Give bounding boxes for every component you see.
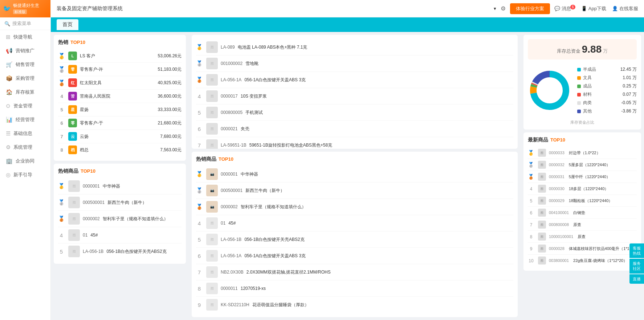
new-product-code: 0000032	[549, 163, 564, 167]
sidebar-item-system[interactable]: ⚙系统管理	[0, 140, 50, 154]
search-menu[interactable]: 🔍 搜索菜单	[0, 17, 50, 30]
left-panel: 热销 TOP10 🥇 L LS 客户 53,006.26元🥈 零 零售客户-许 …	[51, 32, 189, 320]
new-product-item: 8 图 10000100001 原查	[528, 231, 637, 243]
rank-number: 4	[58, 94, 65, 99]
online-service-button[interactable]: 👤 在线客服	[612, 5, 638, 12]
hot-product-item: 8 图 0000011 12070519-xs	[196, 280, 513, 297]
nav-label-inventory: 库存核算	[16, 89, 34, 95]
new-product-thumb: 图	[538, 173, 546, 181]
product-thumb: 图	[206, 58, 218, 69]
new-rank-medal: 10	[528, 258, 535, 263]
sidebar-item-shortcut[interactable]: ⊞快捷导航	[0, 30, 50, 44]
legend-label: 文具	[583, 75, 620, 81]
page-nav: 首页	[51, 17, 644, 32]
hot-rank-medal: 4	[196, 220, 203, 226]
new-product-name: 22g鱼豆腐-烧烤味（1*12*20）	[573, 258, 637, 263]
hot-rank-medal: 8	[196, 286, 203, 292]
product-thumb: 图	[68, 213, 80, 225]
product-name: 智利车子里（规格不知道填什么）	[241, 204, 513, 210]
new-product-thumb: 图	[538, 161, 546, 169]
topbar-right: 💬 消息 6 📱 App下载 👤 在线客服	[554, 5, 638, 12]
sidebar-item-basic[interactable]: ☰基础信息	[0, 127, 50, 140]
hot-rank-medal: 🥈	[196, 187, 203, 194]
nav-label-purchase: 采购管理	[16, 75, 34, 82]
product-thumb: 图	[206, 107, 218, 118]
new-product-item: 🥈 图 0000032 5厘多层（1220*2440）	[528, 159, 637, 171]
product-thumb: 图	[68, 246, 80, 257]
sidebar-item-inventory[interactable]: 🏠库存核算	[0, 85, 50, 99]
rank-item: 🥈 零 零售客户-许 51,183.00元	[58, 63, 182, 76]
sidebar-item-guide[interactable]: ◎新手引导	[0, 168, 50, 182]
sidebar-item-operations[interactable]: 📊经营管理	[0, 113, 50, 127]
new-rank-medal: 🥇	[528, 150, 535, 156]
product-thumb: 图	[206, 266, 218, 278]
product-name: 夹壳	[241, 126, 513, 132]
rank-customer-name: 红太阳文具	[80, 80, 155, 86]
new-product-code: 0000029	[549, 198, 564, 203]
notifications-button[interactable]: 💬 消息 6	[554, 5, 575, 12]
mid-rank-medal: 🥉	[196, 77, 203, 83]
float-live-btn[interactable]: 直播	[629, 274, 644, 284]
sidebar-item-company[interactable]: 🏢企业协同	[0, 154, 50, 168]
nav-icon-system: ⚙	[6, 144, 11, 151]
logo-icon: 🐦	[3, 5, 11, 13]
sidebar-item-purchase[interactable]: 📦采购管理	[0, 71, 50, 85]
hot-rank-medal: 6	[196, 253, 203, 259]
hot-product-item: 🥉 📷 0000002 智利车子里（规格不知道填什么）	[196, 199, 513, 215]
new-product-code: 0000028	[549, 246, 564, 251]
product-name: 056-1B白色按键开关壳ABS2克	[244, 237, 513, 243]
mid-rank-medal: 7	[196, 142, 203, 148]
legend-dot	[577, 76, 581, 80]
legend-dot	[577, 68, 581, 71]
hp-left-medal: 🥈	[58, 199, 65, 206]
product-thumb: 📷	[206, 201, 218, 213]
hot-products-list: 🥇 图 0000001 中华神器🥈 图 000500001 新西兰牛肉（新牛）🥉…	[58, 178, 182, 259]
new-product-item: 5 图 0000029 18颗粒板（1220*2440）	[528, 195, 637, 207]
sidebar-item-sales[interactable]: 🛒销售管理	[0, 58, 50, 71]
float-community-btn[interactable]: 服务社区	[629, 259, 644, 274]
new-product-thumb: 图	[538, 245, 546, 253]
middle-product-item: 🥉 图 LA-056-1A 056-1A白色按键开关盖ABS 3克	[196, 72, 513, 88]
topbar: 装备及固定资产辅助管理系统 ▾ ⚙ 体验行业方案 💬 消息 6 📱 App下载 …	[51, 0, 644, 17]
product-name: 新西兰牛肉（新牛）	[245, 188, 513, 194]
new-rank-medal: 9	[528, 246, 535, 251]
nav-label-sales: 销售管理	[16, 61, 34, 68]
product-code: 0000017	[221, 94, 238, 99]
rank-amount: 36,600.00元	[158, 93, 182, 99]
rank-medal-3: 🥉	[58, 79, 65, 86]
rank-amount: 21,680.00元	[158, 120, 182, 126]
hot-product-item: 4 图 01 45#	[196, 215, 513, 231]
system-dropdown[interactable]: ▾	[494, 6, 496, 11]
hot-product-item: 7 图 NB2.0X30B 2.0X30MM双搓花轴,搓花直径2.1MM/ROH…	[196, 264, 513, 280]
new-product-code: 003800001	[549, 258, 569, 263]
new-product-thumb: 图	[538, 197, 546, 205]
inventory-value: 9.88	[582, 44, 602, 55]
content-area: 热销 TOP10 🥇 L LS 客户 53,006.26元🥈 零 零售客户-许 …	[51, 32, 644, 320]
new-rank-medal: 6	[528, 210, 535, 216]
product-code: LA-59651-1B	[221, 143, 246, 148]
product-name: 花语萌值温分腿睡袋（厚款）	[252, 302, 513, 308]
hot-product-left-item: 🥈 图 000500001 新西兰牛肉（新牛）	[58, 194, 182, 211]
hot-product-item: 6 图 LA-056-1A 056-1A白色按键开关盖ABS 3克	[196, 248, 513, 264]
legend-item: 材料 0.07 万	[577, 90, 637, 99]
product-name: 中华神器	[241, 171, 513, 177]
middle-product-item: 5 图 000800005 手机测试	[196, 104, 513, 121]
hot-product-item: 🥇 📷 0000001 中华神器	[196, 166, 513, 182]
rank-number: 5	[58, 107, 65, 112]
legend-label: 其他	[583, 108, 619, 114]
float-service-btn[interactable]: 客服热线	[629, 243, 644, 258]
legend-label: 成品	[583, 83, 620, 89]
app-download-button[interactable]: 📱 App下载	[581, 5, 606, 12]
trial-button[interactable]: 体验行业方案	[510, 3, 550, 14]
product-code: NB2.0X30B	[221, 270, 244, 275]
hot-products-extended-card: 热销商品 TOP10 🥇 📷 0000001 中华神器🥈 📷 000500001…	[192, 152, 518, 317]
settings-icon[interactable]: ⚙	[501, 5, 506, 12]
inventory-unit: 万	[603, 48, 608, 54]
product-code: KK-SD22110H	[221, 302, 249, 307]
rank-avatar: 零	[68, 65, 77, 74]
sidebar-item-marketing[interactable]: 📢营销推广	[0, 44, 50, 58]
rank-number: 7	[58, 134, 65, 139]
legend-label: 材料	[583, 91, 620, 98]
sidebar-item-finance[interactable]: ⊙资金管理	[0, 99, 50, 113]
tab-home[interactable]: 首页	[57, 19, 78, 30]
